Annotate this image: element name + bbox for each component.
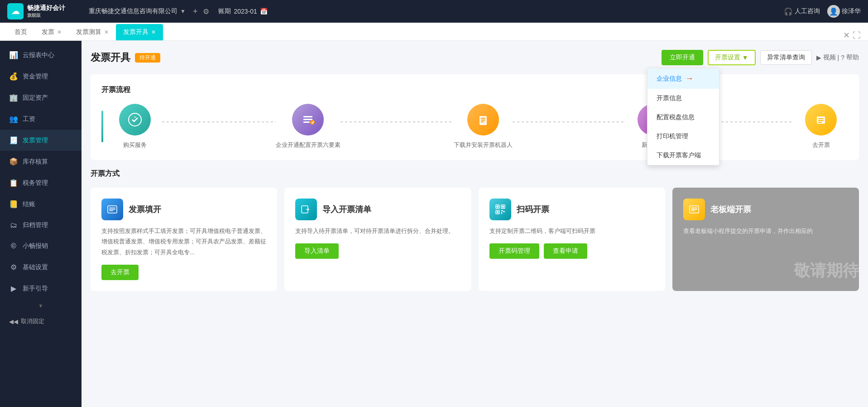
status-badge: 待开通 xyxy=(135,53,160,63)
sidebar-label-guidang: 归档管理 xyxy=(23,221,48,229)
scan-apply-btn[interactable]: 查看申请 xyxy=(544,243,587,259)
video-label: 视频 xyxy=(823,53,836,62)
tab-home[interactable]: 首页 xyxy=(7,24,34,40)
logo-icon: ☁ xyxy=(7,3,24,19)
page-title: 发票开具 xyxy=(91,51,130,64)
sidebar-item-jichu[interactable]: ⚙ 基础设置 xyxy=(0,257,82,278)
sidebar-label-gongzi: 工资 xyxy=(23,115,35,123)
sidebar-item-yunbao[interactable]: 📊 云报表中心 xyxy=(0,44,82,66)
settings-icon[interactable]: ⚙ xyxy=(203,7,209,16)
boss-overlay: 敬请期待 xyxy=(794,260,859,282)
import-btn[interactable]: 导入清单 xyxy=(295,243,339,259)
svg-rect-6 xyxy=(481,118,485,119)
scan-manage-btn[interactable]: 开票码管理 xyxy=(489,243,539,259)
boss-title: 老板端开票 xyxy=(710,204,751,215)
sidebar-item-fapiao[interactable]: 🧾 发票管理 xyxy=(0,130,82,151)
sidebar: 📊 云报表中心 💰 资金管理 🏢 固定资产 👥 工资 🧾 发票管理 📦 库存核算… xyxy=(0,41,82,407)
svg-rect-8 xyxy=(481,121,484,122)
period-area: 账期 2023-01 📅 xyxy=(218,7,267,15)
fill-title: 发票填开 xyxy=(129,204,161,215)
method-section: 开票方式 发票填开 支持按照发票样式手工填开发票；可开具增值税电子普通发票、增值… xyxy=(91,169,859,291)
svg-rect-2 xyxy=(303,119,312,120)
settings-button[interactable]: 开票设置 ▼ xyxy=(708,50,756,65)
page-header: 发票开具 待开通 立即开通 开票设置 ▼ 企业信息 → xyxy=(91,50,859,65)
tab-fapiao-close[interactable]: ✕ xyxy=(57,29,62,35)
step-connector-2 xyxy=(340,121,454,122)
flow-step-2: 企业开通配置开票六要素 xyxy=(276,104,340,149)
tab-fapiao-label: 发票 xyxy=(42,28,54,36)
dropdown-item-qiyexinxi[interactable]: 企业信息 → xyxy=(647,68,719,89)
svg-rect-26 xyxy=(497,211,499,213)
dropdown-item-kaipiaoxinxi[interactable]: 开票信息 xyxy=(647,89,719,108)
dropdown-item-dayinji[interactable]: 打印机管理 xyxy=(647,127,719,146)
svg-rect-24 xyxy=(497,206,499,208)
calendar-icon[interactable]: 📅 xyxy=(260,8,268,15)
step-connector-3 xyxy=(513,121,626,122)
sidebar-label-guding: 固定资产 xyxy=(23,94,48,102)
tab-fapiao-kaiju[interactable]: 发票开具 ✕ xyxy=(116,24,163,40)
tab-home-label: 首页 xyxy=(14,28,27,36)
consulting-label: 人工咨询 xyxy=(795,7,820,15)
fill-btn[interactable]: 去开票 xyxy=(101,265,139,280)
tab-fapiao[interactable]: 发票 ✕ xyxy=(34,24,69,40)
cancel-pin-icon: ◀◀ xyxy=(9,318,18,325)
sidebar-label-shuiwu: 税务管理 xyxy=(23,179,48,187)
sidebar-item-kucun[interactable]: 📦 库存核算 xyxy=(0,151,82,172)
dayinji-label: 打印机管理 xyxy=(657,132,688,141)
shuiwu-icon: 📋 xyxy=(9,179,18,187)
svg-rect-29 xyxy=(501,212,502,214)
activate-button[interactable]: 立即开通 xyxy=(662,50,703,65)
sidebar-scroll-down[interactable]: ▼ xyxy=(0,299,82,313)
flow-title: 开票流程 xyxy=(101,85,848,95)
consulting-button[interactable]: 🎧 人工咨询 xyxy=(784,7,820,16)
xiaochang-icon: © xyxy=(9,242,18,250)
svg-rect-25 xyxy=(502,206,504,208)
red-arrow-icon: → xyxy=(686,74,694,83)
sidebar-label-xiaochang: 小畅报销 xyxy=(23,242,48,250)
company-selector[interactable]: 重庆畅捷交通信息咨询有限公司 ▼ xyxy=(89,7,186,15)
step-label-3: 下载并安装开票机器人 xyxy=(454,141,513,149)
step-label-1: 购买服务 xyxy=(123,141,147,149)
sidebar-item-zijin[interactable]: 💰 资金管理 xyxy=(0,66,82,87)
user-avatar: 👤 xyxy=(827,5,840,18)
tab-kaiju-label: 发票开具 xyxy=(123,28,149,36)
video-button[interactable]: ▶ 视频 | ? 帮助 xyxy=(816,53,859,62)
sidebar-item-xiaochang[interactable]: © 小畅报销 xyxy=(0,236,82,257)
gongzi-icon: 👥 xyxy=(9,115,18,123)
abnormal-button[interactable]: 异常清单查询 xyxy=(760,50,812,65)
sidebar-item-xinshou[interactable]: ▶ 新手引导 xyxy=(0,278,82,299)
flow-step-1: 购买服务 xyxy=(108,104,162,149)
sidebar-item-gudingzichan[interactable]: 🏢 固定资产 xyxy=(0,87,82,108)
scan-card-header: 扫码开票 xyxy=(489,199,654,220)
tab-cesuan-close[interactable]: ✕ xyxy=(104,29,109,35)
sidebar-item-gongzi[interactable]: 👥 工资 xyxy=(0,108,82,130)
dropdown-item-peizhi[interactable]: 配置税盘信息 xyxy=(647,108,719,127)
sidebar-label-jiezhang: 结账 xyxy=(23,200,35,208)
close-all-icon[interactable]: ✕ xyxy=(843,30,850,40)
company-dropdown-arrow: ▼ xyxy=(180,8,186,15)
scan-title: 扫码开票 xyxy=(517,204,549,215)
boss-desc: 查看老板端小程序提交的开票申请，并作出相应的 xyxy=(683,226,848,236)
sidebar-label-zijin: 资金管理 xyxy=(23,73,48,81)
sidebar-cancel-fixed[interactable]: ◀◀ 取消固定 xyxy=(0,313,82,330)
svg-rect-15 xyxy=(818,122,822,123)
tab-fapiao-cesuan[interactable]: 发票测算 ✕ xyxy=(69,24,116,40)
dropdown-item-xiazai[interactable]: 下载开票客户端 xyxy=(647,146,719,165)
app-version: 旗舰版 xyxy=(27,12,65,19)
user-area[interactable]: 👤 徐泽华 xyxy=(827,5,861,18)
sidebar-item-shuiwu[interactable]: 📋 税务管理 xyxy=(0,172,82,194)
import-card-header: 导入开票清单 xyxy=(295,199,460,220)
add-company-button[interactable]: + xyxy=(193,7,198,16)
sidebar-item-guidang[interactable]: 🗂 归档管理 xyxy=(0,215,82,236)
method-card-scan: 扫码开票 支持定制开票二维码，客户端可扫码开票 开票码管理 查看申请 xyxy=(479,188,665,291)
sidebar-item-jiezhang[interactable]: 📒 结账 xyxy=(0,194,82,215)
tab-kaiju-close[interactable]: ✕ xyxy=(151,29,156,35)
peizhi-label: 配置税盘信息 xyxy=(657,113,695,121)
sidebar-label-yunbao: 云报表中心 xyxy=(23,51,54,59)
page-actions: 立即开通 开票设置 ▼ 企业信息 → 开票信息 xyxy=(662,50,859,65)
user-name: 徐泽华 xyxy=(842,7,861,15)
method-cards: 发票填开 支持按照发票样式手工填开发票；可开具增值税电子普通发票、增值税普通发票… xyxy=(91,188,859,291)
step-circle-2 xyxy=(292,104,324,136)
expand-icon[interactable]: ⛶ xyxy=(853,31,861,40)
help-label: 帮助 xyxy=(846,53,859,62)
